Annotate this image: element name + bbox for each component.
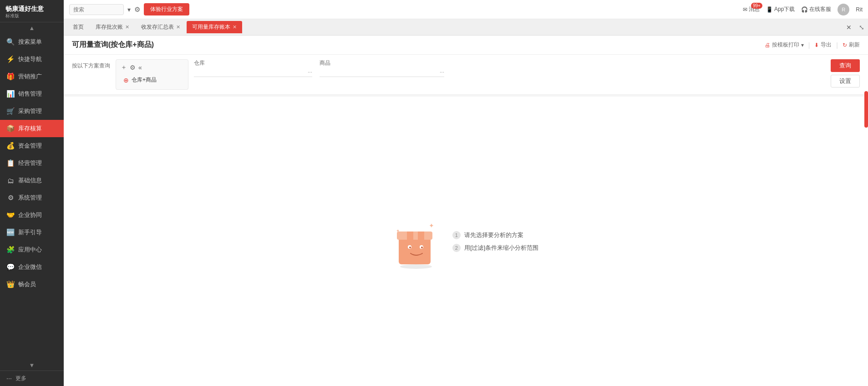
tab-batch[interactable]: 库存批次账 ✕: [90, 21, 135, 33]
search-input[interactable]: [69, 4, 124, 15]
sidebar-item-basic[interactable]: 🗂 基础信息: [0, 172, 64, 189]
gear-btn[interactable]: ⚙: [134, 5, 140, 14]
app-name: 畅康通好生意: [5, 5, 58, 13]
refresh-btn[interactable]: ↻ 刷新: [843, 41, 860, 49]
service-label: 在线客服: [809, 5, 831, 13]
more-icon: ⋯: [6, 376, 12, 382]
enterprise-icon: 🤝: [6, 211, 15, 219]
filter-fields: 仓库 ··· 商品 ···: [194, 59, 825, 77]
print-label: 按模板打印: [772, 41, 799, 49]
svg-point-0: [400, 264, 432, 269]
tab-batch-label: 库存批次账: [96, 23, 123, 31]
scheme-item-label: 仓库+商品: [132, 76, 157, 84]
scheme-item-warehouse-goods[interactable]: ⊕ 仓库+商品: [121, 74, 183, 86]
filter-label: 按以下方案查询: [72, 59, 110, 70]
sidebar-item-label: 新手引导: [18, 228, 42, 237]
search-box: [69, 4, 124, 15]
sidebar-item-wechat[interactable]: 💬 企业微信: [0, 258, 64, 276]
sidebar-item-label: 系统管理: [18, 194, 42, 202]
finance-icon: 💰: [6, 142, 15, 150]
tab-available-close[interactable]: ✕: [233, 24, 237, 30]
guide-icon: 🆕: [6, 228, 15, 237]
sidebar-item-enterprise[interactable]: 🤝 企业协同: [0, 206, 64, 224]
filter-field-goods: 商品 ···: [320, 59, 444, 77]
sidebar-item-label: 销售管理: [18, 90, 42, 98]
print-btn[interactable]: 🖨 按模板打印 ▾: [765, 41, 804, 49]
avatar[interactable]: R: [838, 4, 849, 15]
sidebar-item-purchase[interactable]: 🛒 采购管理: [0, 103, 64, 120]
export-label: 导出: [821, 41, 832, 49]
hint-text-2: 用[过滤]条件来缩小分析范围: [464, 244, 538, 252]
sidebar-item-shortcut[interactable]: ⚡ 快捷导航: [0, 51, 64, 68]
tab-summary-close[interactable]: ✕: [176, 24, 180, 30]
export-btn[interactable]: ⬇ 导出: [814, 41, 832, 49]
member-icon: 👑: [6, 280, 15, 288]
svg-rect-4: [418, 232, 424, 240]
dropdown-btn[interactable]: ▾: [127, 6, 131, 13]
sidebar-item-sales[interactable]: 📊 销售管理: [0, 85, 64, 103]
filter-area: 按以下方案查询 ＋ ⚙ « ⊕ 仓库+商品 仓库: [64, 55, 868, 95]
query-btn[interactable]: 查询: [831, 59, 860, 72]
message-btn[interactable]: ✉ 消息 99+: [743, 5, 760, 13]
sidebar-item-operation[interactable]: 📋 经营管理: [0, 154, 64, 172]
tabbar: 首页 库存批次账 ✕ 收发存汇总表 ✕ 可用量库存账本 ✕ ✕ ⤡: [64, 19, 868, 36]
sidebar-item-inventory[interactable]: 📦 库存核算: [0, 120, 64, 137]
sidebar-item-finance[interactable]: 💰 资金管理: [0, 137, 64, 154]
app-icon: 📱: [766, 6, 773, 13]
tab-home-label: 首页: [73, 23, 84, 31]
tab-available[interactable]: 可用量库存账本 ✕: [187, 21, 242, 33]
page-title: 可用量查询(按仓库+商品): [72, 40, 154, 50]
goods-more-btn[interactable]: ···: [440, 69, 444, 75]
scroll-up-btn[interactable]: ▲: [0, 22, 64, 33]
tab-batch-close[interactable]: ✕: [125, 24, 129, 30]
sidebar-item-system[interactable]: ⚙ 系统管理: [0, 189, 64, 206]
scroll-down-btn[interactable]: ▼: [0, 360, 64, 371]
industry-btn[interactable]: 体验行业方案: [144, 3, 189, 15]
wechat-icon: 💬: [6, 263, 15, 271]
svg-rect-2: [397, 232, 432, 240]
sidebar-item-marketing[interactable]: 🎁 营销推广: [0, 68, 64, 85]
print-dropdown-icon: ▾: [801, 42, 804, 48]
empty-illustration: ✦ ✦: [393, 219, 439, 264]
refresh-icon: ↻: [843, 42, 847, 48]
sidebar-item-apps[interactable]: 🧩 应用中心: [0, 241, 64, 258]
scheme-add-btn[interactable]: ＋: [121, 63, 127, 72]
app-download-btn[interactable]: 📱 App下载: [766, 5, 795, 13]
filter-row: 按以下方案查询 ＋ ⚙ « ⊕ 仓库+商品 仓库: [72, 59, 860, 90]
tab-home[interactable]: 首页: [67, 21, 89, 33]
sidebar-item-label: 资金管理: [18, 142, 42, 150]
filter-buttons: 查询 设置: [831, 59, 860, 87]
scheme-header: ＋ ⚙ «: [121, 63, 183, 72]
content-area: 可用量查询(按仓库+商品) 🖨 按模板打印 ▾ | ⬇ 导出 | ↻ 刷新: [64, 36, 868, 386]
settings-btn[interactable]: 设置: [831, 75, 860, 87]
tab-summary-label: 收发存汇总表: [141, 23, 174, 31]
scheme-settings-btn[interactable]: ⚙: [130, 64, 136, 71]
purchase-icon: 🛒: [6, 107, 15, 115]
service-btn[interactable]: 🎧 在线客服: [801, 5, 831, 13]
sidebar-bottom[interactable]: ⋯ 更多: [0, 371, 64, 386]
hint-num-1: 1: [452, 231, 461, 239]
topbar-right: ✉ 消息 99+ 📱 App下载 🎧 在线客服 R Rit: [743, 4, 863, 15]
empty-hint-2: 2 用[过滤]条件来缩小分析范围: [452, 244, 538, 252]
sidebar-item-label: 畅会员: [18, 280, 36, 288]
tab-available-label: 可用量库存账本: [192, 23, 230, 31]
goods-input[interactable]: [320, 69, 438, 75]
export-icon: ⬇: [814, 42, 819, 48]
warehouse-more-btn[interactable]: ···: [308, 69, 312, 75]
expand-tabs-btn[interactable]: ⤡: [859, 24, 864, 31]
sidebar-item-guide[interactable]: 🆕 新手引导: [0, 224, 64, 241]
tab-summary[interactable]: 收发存汇总表 ✕: [136, 21, 186, 33]
sidebar-item-label: 搜索菜单: [18, 38, 42, 46]
filter-field-warehouse: 仓库 ···: [194, 59, 312, 77]
empty-state: ✦ ✦ 1 请先选择要分析的方案 2 用[过滤]条件来缩小分析范围: [64, 97, 868, 386]
warehouse-input[interactable]: [194, 69, 306, 75]
topbar: ▾ ⚙ 体验行业方案 ✉ 消息 99+ 📱 App下载 🎧 在线客服 R Rit: [64, 0, 868, 19]
scheme-collapse-btn[interactable]: «: [138, 64, 142, 71]
sidebar-item-search[interactable]: 🔍 搜索菜单: [0, 33, 64, 51]
username[interactable]: Rit: [856, 6, 863, 13]
page-actions: 🖨 按模板打印 ▾ | ⬇ 导出 | ↻ 刷新: [765, 41, 860, 49]
close-all-tabs-btn[interactable]: ✕: [846, 24, 852, 31]
scheme-item-icon: ⊕: [123, 77, 129, 84]
goods-label: 商品: [320, 59, 444, 67]
sidebar-item-member[interactable]: 👑 畅会员: [0, 276, 64, 293]
